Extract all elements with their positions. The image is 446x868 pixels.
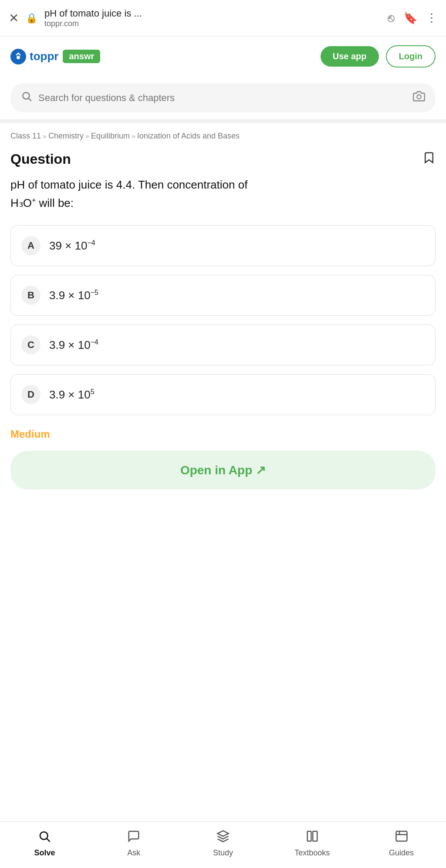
- close-icon[interactable]: ✕: [9, 11, 19, 25]
- toppr-logo: toppr: [10, 49, 58, 64]
- breadcrumb-equilibrium[interactable]: Equilibrium: [91, 132, 130, 141]
- app-header: toppr answr Use app Login: [0, 37, 446, 76]
- question-label: Question: [10, 151, 71, 167]
- lock-icon: 🔒: [26, 13, 37, 24]
- svg-point-4: [417, 95, 421, 99]
- svg-point-1: [17, 56, 20, 59]
- option-a-text: 39 × 10−4: [49, 239, 95, 253]
- breadcrumb-chemistry[interactable]: Chemistry: [48, 132, 84, 141]
- page-title: pH of tomato juice is ...: [44, 8, 381, 19]
- bookmark-icon[interactable]: 🔖: [403, 11, 417, 25]
- nav-item-guides[interactable]: Guides: [357, 830, 446, 858]
- study-icon: [216, 830, 230, 846]
- svg-point-2: [23, 92, 29, 99]
- nav-label-study: Study: [213, 848, 233, 858]
- difficulty-badge: Medium: [10, 428, 436, 440]
- breadcrumb-sep-1: »: [43, 132, 47, 140]
- option-d[interactable]: D 3.9 × 105: [10, 374, 436, 415]
- nav-item-solve[interactable]: Solve: [0, 830, 89, 858]
- search-bar-container: [0, 76, 446, 119]
- option-c-text: 3.9 × 10−4: [49, 338, 98, 352]
- nav-item-study[interactable]: Study: [179, 830, 268, 858]
- question-header: Question: [10, 151, 436, 167]
- option-c-label: C: [21, 335, 41, 355]
- option-a[interactable]: A 39 × 10−4: [10, 225, 436, 266]
- breadcrumb-sep-3: »: [132, 132, 135, 140]
- toppr-text: toppr: [30, 50, 58, 63]
- camera-icon[interactable]: [413, 90, 425, 105]
- section-divider: [0, 119, 446, 123]
- nav-label-ask: Ask: [127, 848, 140, 858]
- nav-label-solve: Solve: [34, 848, 55, 858]
- ask-icon: [127, 830, 140, 846]
- option-b-label: B: [21, 286, 41, 305]
- question-text-part2: H₃O+ will be:: [10, 196, 74, 209]
- guides-icon: [395, 830, 408, 846]
- share-icon[interactable]: ⎋: [388, 11, 395, 25]
- login-button[interactable]: Login: [386, 45, 436, 68]
- logo-area: toppr answr: [10, 49, 100, 64]
- question-text-part1: pH of tomato juice is 4.4. Then concentr…: [10, 178, 247, 191]
- options-list: A 39 × 10−4 B 3.9 × 10−5 C 3.9 × 10−4 D …: [10, 225, 436, 415]
- search-bar[interactable]: [10, 83, 436, 112]
- use-app-button[interactable]: Use app: [321, 46, 379, 67]
- question-bookmark-icon[interactable]: [422, 151, 436, 167]
- option-c[interactable]: C 3.9 × 10−4: [10, 324, 436, 365]
- breadcrumb-class11[interactable]: Class 11: [10, 132, 41, 141]
- browser-bar: ✕ 🔒 pH of tomato juice is ... toppr.com …: [0, 0, 446, 37]
- browser-title-area: pH of tomato juice is ... toppr.com: [44, 8, 381, 28]
- nav-label-textbooks: Textbooks: [294, 848, 330, 858]
- svg-point-5: [40, 832, 48, 840]
- search-input[interactable]: [38, 92, 407, 104]
- answr-badge: answr: [63, 50, 100, 63]
- breadcrumb-sep-2: »: [85, 132, 89, 140]
- header-buttons: Use app Login: [321, 45, 436, 68]
- option-a-label: A: [21, 236, 41, 255]
- more-icon[interactable]: ⋮: [426, 11, 437, 25]
- option-d-text: 3.9 × 105: [49, 388, 95, 402]
- option-b-text: 3.9 × 10−5: [49, 289, 98, 302]
- option-b[interactable]: B 3.9 × 10−5: [10, 275, 436, 316]
- nav-item-textbooks[interactable]: Textbooks: [267, 830, 357, 858]
- breadcrumb-ionization[interactable]: Ionization of Acids and Bases: [137, 132, 240, 141]
- search-icon: [21, 91, 32, 105]
- browser-actions: ⎋ 🔖 ⋮: [388, 11, 437, 25]
- toppr-icon: [10, 49, 26, 64]
- open-in-app-button[interactable]: Open in App ↗: [10, 451, 436, 490]
- question-section: Question pH of tomato juice is 4.4. Then…: [0, 144, 446, 505]
- svg-rect-9: [396, 831, 407, 841]
- svg-rect-7: [307, 831, 311, 841]
- svg-line-3: [29, 98, 31, 101]
- svg-rect-8: [313, 831, 317, 841]
- option-d-label: D: [21, 385, 41, 404]
- nav-item-ask[interactable]: Ask: [89, 830, 179, 858]
- solve-icon: [38, 830, 51, 846]
- bottom-nav: Solve Ask Study Textbooks: [0, 821, 446, 868]
- textbooks-icon: [306, 830, 319, 846]
- breadcrumb: Class 11 » Chemistry » Equilibrium » Ion…: [0, 123, 446, 144]
- svg-line-6: [47, 839, 50, 842]
- page-url: toppr.com: [44, 19, 381, 28]
- nav-label-guides: Guides: [389, 848, 414, 858]
- question-text: pH of tomato juice is 4.4. Then concentr…: [10, 176, 436, 212]
